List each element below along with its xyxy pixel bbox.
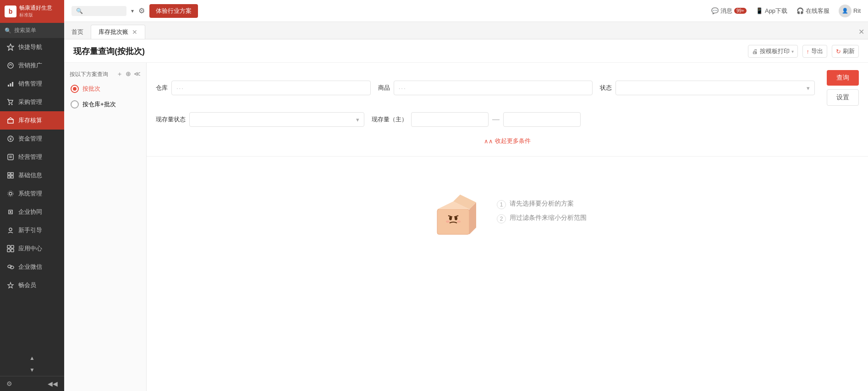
topbar-chevron-icon[interactable]: ▾ — [131, 8, 134, 14]
sidebar-item-marketing[interactable]: 营销推广 — [0, 56, 64, 75]
refresh-btn[interactable]: ↻ 刷新 — [832, 45, 859, 58]
panel-header: 按以下方案查询 ＋ ⊕ ≪ — [64, 67, 146, 81]
search-icon: 🔍 — [5, 27, 11, 34]
settings-btn[interactable]: 设置 — [827, 89, 859, 106]
svg-point-40 — [457, 221, 461, 223]
sidebar-item-inventory[interactable]: 库存核算 — [0, 111, 64, 130]
status-chevron-icon: ▾ — [807, 85, 810, 92]
status-filter: 状态 ▾ — [600, 81, 815, 95]
app-name: 畅康通好生意 — [19, 5, 52, 12]
page-content: 现存量查询(按批次) 🖨 按模板打印 ▾ ↑ 导出 ↻ 刷新 — [64, 39, 868, 391]
export-btn[interactable]: ↑ 导出 — [802, 45, 828, 58]
product-input[interactable]: ··· — [394, 81, 593, 95]
empty-state: 1 请先选择要分析的方案 2 用过滤条件来缩小分析范围 — [147, 157, 868, 266]
sales-icon — [6, 80, 15, 88]
hint-num-1: 1 — [497, 200, 506, 209]
sidebar-item-operations[interactable]: 经营管理 — [0, 148, 64, 166]
inventory-status-filter: 现存量状态 ▾ — [156, 112, 364, 127]
empty-hints: 1 请先选择要分析的方案 2 用过滤条件来缩小分析范围 — [497, 200, 587, 223]
collapse-sidebar-icon[interactable]: ◀◀ — [48, 380, 58, 387]
svg-rect-24 — [7, 249, 10, 252]
sidebar-item-system[interactable]: 系统管理 — [0, 185, 64, 203]
topbar-right: 💬 消息 99+ 📱 App下载 🎧 在线客服 👤 Rit — [711, 5, 861, 17]
qty-to-input[interactable] — [503, 112, 581, 127]
panel-item-by-warehouse-batch[interactable]: 按仓库+批次 — [64, 97, 146, 112]
sidebar-item-sales[interactable]: 销售管理 — [0, 75, 64, 93]
inventory-icon — [6, 116, 15, 125]
svg-rect-22 — [7, 245, 10, 248]
sidebar-item-label: 企业微信 — [18, 263, 42, 271]
left-panel: 按以下方案查询 ＋ ⊕ ≪ 按批次 按仓库+批次 — [64, 63, 147, 391]
messages-badge: 99+ — [734, 8, 747, 14]
svg-rect-4 — [12, 82, 13, 87]
sidebar-search[interactable]: 🔍 搜索菜单 — [0, 23, 64, 38]
panel-item-by-batch[interactable]: 按批次 — [64, 81, 146, 97]
by-batch-radio-icon — [71, 85, 79, 93]
page-header: 现存量查询(按批次) 🖨 按模板打印 ▾ ↑ 导出 ↻ 刷新 — [64, 39, 868, 63]
panel-header-label: 按以下方案查询 — [70, 71, 108, 78]
svg-rect-23 — [11, 245, 14, 248]
inventory-status-select[interactable]: ▾ — [189, 112, 364, 127]
sidebar-item-label: 采购管理 — [18, 98, 42, 106]
wechat-icon — [6, 263, 15, 271]
sidebar-item-label: 畅会员 — [18, 281, 36, 289]
trial-btn[interactable]: 体验行业方案 — [149, 4, 198, 18]
sidebar-item-basic[interactable]: 基础信息 — [0, 166, 64, 185]
sidebar-item-label: 企业协同 — [18, 208, 42, 216]
svg-rect-25 — [11, 249, 14, 252]
tab-close-icon[interactable]: ✕ — [132, 29, 137, 35]
sidebar-item-label: 经营管理 — [18, 153, 42, 161]
sidebar-item-enterprise[interactable]: 企业协同 — [0, 203, 64, 221]
sidebar-item-label: 应用中心 — [18, 244, 42, 253]
settings-icon[interactable]: ⚙ — [6, 380, 12, 387]
sidebar-scroll-up[interactable]: ▲ — [1, 353, 63, 363]
status-select[interactable]: ▾ — [615, 81, 815, 95]
panel-settings-icon[interactable]: ⊕ — [126, 70, 131, 78]
online-support-action[interactable]: 🎧 在线客服 — [797, 7, 830, 15]
user-profile[interactable]: 👤 Rit — [839, 5, 861, 17]
panel-add-icon[interactable]: ＋ — [116, 70, 123, 78]
sidebar-item-finance[interactable]: ¥ 资金管理 — [0, 130, 64, 148]
close-all-tabs-icon[interactable]: ✕ — [858, 27, 864, 36]
topbar-gear-icon[interactable]: ⚙ — [138, 6, 145, 15]
app-download-action[interactable]: 📱 App下载 — [756, 7, 787, 15]
print-btn[interactable]: 🖨 按模板打印 ▾ — [748, 45, 798, 58]
sidebar-item-apps[interactable]: 应用中心 — [0, 239, 64, 258]
tab-home[interactable]: 首页 — [64, 25, 91, 39]
sidebar-item-guide[interactable]: 新手引导 — [0, 221, 64, 239]
sidebar-item-label: 库存核算 — [18, 116, 42, 125]
sidebar: b 畅康通好生意 标准版 🔍 搜索菜单 快捷导航 营销推广 销售管 — [0, 0, 64, 391]
query-btn[interactable]: 查询 — [827, 70, 859, 86]
sidebar-item-members[interactable]: 畅会员 — [0, 276, 64, 294]
guide-icon — [6, 226, 15, 234]
sidebar-item-wechat[interactable]: 企业微信 — [0, 258, 64, 276]
quick-nav-icon — [6, 43, 15, 51]
svg-point-39 — [446, 221, 450, 223]
refresh-icon: ↻ — [836, 48, 841, 55]
export-icon: ↑ — [807, 48, 810, 55]
empty-hint-1: 1 请先选择要分析的方案 — [497, 200, 587, 209]
page-title: 现存量查询(按批次) — [73, 46, 145, 57]
page-actions: 🖨 按模板打印 ▾ ↑ 导出 ↻ 刷新 — [748, 45, 859, 58]
app-logo: b — [5, 5, 16, 17]
headset-icon: 🎧 — [797, 7, 804, 14]
app-version: 标准版 — [19, 12, 52, 18]
sidebar-item-label: 销售管理 — [18, 80, 42, 88]
qty-from-input[interactable] — [411, 112, 489, 127]
sidebar-item-quick-nav[interactable]: 快捷导航 — [0, 38, 64, 56]
tab-batch[interactable]: 库存批次账 ✕ — [91, 25, 145, 39]
topbar-search-box[interactable]: 🔍 — [71, 6, 126, 16]
collapse-bar[interactable]: ∧∧ 收起更多条件 — [156, 133, 859, 149]
panel-collapse-icon[interactable]: ≪ — [134, 70, 141, 78]
collapse-label: 收起更多条件 — [495, 137, 531, 145]
sidebar-scroll-down[interactable]: ▼ — [1, 365, 63, 375]
messages-action[interactable]: 💬 消息 99+ — [711, 7, 747, 15]
warehouse-input[interactable]: ··· — [171, 81, 371, 95]
filter-row-1: 仓库 ··· 商品 ··· — [156, 70, 859, 106]
empty-illustration — [428, 184, 483, 239]
print-icon: 🖨 — [752, 48, 758, 55]
sidebar-item-purchase[interactable]: 采购管理 — [0, 93, 64, 111]
topbar-search-icon: 🔍 — [76, 8, 83, 14]
svg-point-17 — [9, 192, 12, 195]
by-warehouse-batch-radio-icon — [71, 100, 79, 109]
